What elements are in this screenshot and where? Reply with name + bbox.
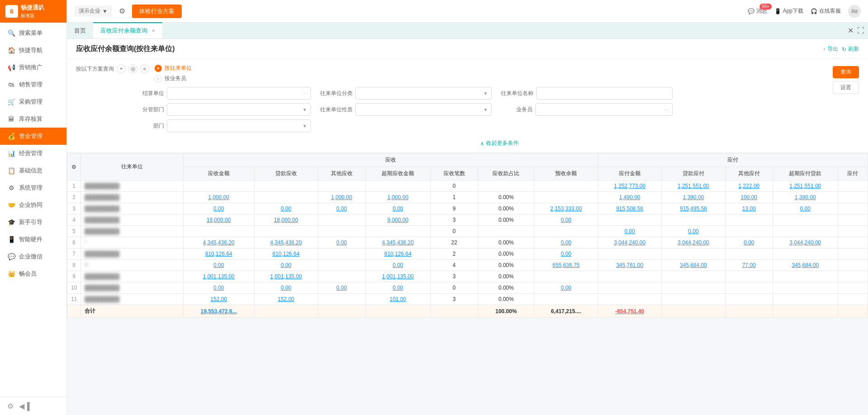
sidebar-label: 采购管理 bbox=[19, 98, 42, 106]
sidebar-icon: 📊 bbox=[7, 150, 15, 157]
th-pay-col: 应付 bbox=[838, 167, 868, 181]
th-pay-overdue: 超期应付贷款 bbox=[773, 167, 838, 181]
summary-rec-total[interactable]: 19,553,472,6... bbox=[183, 305, 254, 318]
export-label: 导出 bbox=[827, 45, 838, 53]
scheme-label-partner: 按往来单位 bbox=[165, 64, 192, 72]
label-partner-name: 往来单位名称 bbox=[501, 90, 533, 97]
tab-bar-controls: ✕ ⛶ bbox=[848, 26, 868, 35]
table-container: ⚙ 往来单位 应收 应付 应收金额 贷款应收 其他应收 超期应收金额 应收笔数 bbox=[67, 153, 868, 318]
table-row: 5█████████00.000.00 bbox=[67, 226, 868, 237]
collapse-footer-icon[interactable]: ◀▐ bbox=[19, 402, 29, 410]
tab-home[interactable]: 首页 bbox=[67, 23, 93, 38]
sidebar-item-采购管理[interactable]: 🛒采购管理 bbox=[0, 93, 66, 110]
sidebar-icon: 📢 bbox=[7, 64, 15, 71]
partner-name: P bbox=[85, 262, 88, 268]
tab-close-icon[interactable]: × bbox=[152, 28, 155, 34]
sidebar: 6 畅捷通叭 标准版 🔍搜索菜单🏠快捷导航📢营销推广🛍销售管理🛒采购管理🏛库存核… bbox=[0, 0, 67, 415]
company-selector[interactable]: 演示企业 ▼ bbox=[74, 5, 112, 17]
select-partner-category[interactable]: ▼ bbox=[355, 87, 492, 100]
edition-badge: 标准版 bbox=[21, 13, 44, 19]
th-settings[interactable]: ⚙ bbox=[67, 153, 81, 181]
sidebar-item-智能硬件[interactable]: 📱智能硬件 bbox=[0, 231, 66, 248]
refresh-button[interactable]: ↻ 刷新 bbox=[842, 45, 859, 53]
export-icon: ↑ bbox=[823, 46, 826, 52]
trial-button[interactable]: 体验行业方案 bbox=[132, 5, 182, 18]
download-label: App下载 bbox=[783, 7, 803, 15]
partner-name: █████████ bbox=[85, 194, 119, 200]
messages-badge: 99+ bbox=[760, 4, 772, 10]
top-bar: 演示企业 ▼ ⚙ 体验行业方案 💬 消息 99+ 📱 App下载 🎧 bbox=[67, 0, 868, 23]
user-name: Rit bbox=[851, 9, 857, 14]
sidebar-item-基础信息[interactable]: 📋基础信息 bbox=[0, 162, 66, 179]
input-settlement[interactable]: ··· bbox=[167, 87, 311, 100]
sidebar-item-库存核算[interactable]: 🏛库存核算 bbox=[0, 110, 66, 128]
query-buttons: 查询 设置 bbox=[833, 66, 859, 94]
tab-bar: 首页 应收应付余额查询 × ✕ ⛶ bbox=[67, 23, 868, 39]
sidebar-item-营销推广[interactable]: 📢营销推广 bbox=[0, 59, 66, 76]
th-rec-ratio: 应收款占比 bbox=[478, 167, 534, 181]
partner-name: █████████ bbox=[85, 183, 119, 189]
sidebar-item-企业微信[interactable]: 💬企业微信 bbox=[0, 248, 66, 265]
sidebar-item-系统管理[interactable]: ⚙系统管理 bbox=[0, 179, 66, 196]
select-department[interactable]: ▼ bbox=[167, 119, 311, 132]
tab-query[interactable]: 应收应付余额查询 × bbox=[93, 22, 162, 38]
filter-add-button[interactable]: + bbox=[117, 64, 126, 73]
tab-maximize-icon[interactable]: ⛶ bbox=[857, 27, 864, 35]
messages-item[interactable]: 💬 消息 99+ bbox=[748, 7, 767, 15]
tab-close-window-icon[interactable]: ✕ bbox=[848, 26, 854, 35]
sidebar-item-经营管理[interactable]: 📊经营管理 bbox=[0, 145, 66, 162]
select-department-arrow: ▼ bbox=[302, 124, 307, 129]
select-partner-category-arrow: ▼ bbox=[483, 91, 488, 96]
table-row: 1█████████01,252,773.001,251,551.001,222… bbox=[67, 181, 868, 192]
partner-name: █████████ bbox=[85, 296, 119, 302]
query-button[interactable]: 查询 bbox=[833, 66, 859, 78]
th-pay-loan: 贷款应付 bbox=[661, 167, 725, 181]
sidebar-item-企业协同[interactable]: 🤝企业协同 bbox=[0, 196, 66, 214]
collapse-button[interactable]: ∧ 收起更多条件 bbox=[480, 139, 519, 147]
th-rec-prepay: 预收余额 bbox=[534, 167, 598, 181]
table-row: 11█████████152.00152.00101.0030.00% bbox=[67, 294, 868, 305]
th-pay-amount: 应付金额 bbox=[598, 167, 662, 181]
service-item[interactable]: 🎧 在线客服 bbox=[811, 7, 841, 15]
company-dropdown-icon: ▼ bbox=[102, 8, 108, 14]
sidebar-menu: 🔍搜索菜单🏠快捷导航📢营销推广🛍销售管理🛒采购管理🏛库存核算💰资金管理📊经营管理… bbox=[0, 23, 66, 397]
sidebar-item-销售管理[interactable]: 🛍销售管理 bbox=[0, 76, 66, 93]
select-dept-manager[interactable]: ▼ bbox=[167, 103, 311, 116]
sidebar-icon: 💰 bbox=[7, 133, 15, 140]
sidebar-icon: 🛒 bbox=[7, 98, 15, 105]
th-rec-overdue: 超期应收金额 bbox=[365, 167, 430, 181]
sidebar-item-新手引导[interactable]: 🎓新手引导 bbox=[0, 214, 66, 231]
sidebar-icon: 🤝 bbox=[7, 201, 15, 209]
export-button[interactable]: ↑ 导出 bbox=[823, 45, 838, 53]
sidebar-label: 基础信息 bbox=[19, 167, 42, 175]
input-salesperson[interactable]: ··· bbox=[535, 103, 673, 116]
user-avatar[interactable]: Rit bbox=[848, 5, 861, 18]
content-area: 应收应付余额查询(按往来单位) ↑ 导出 ↻ 刷新 bbox=[67, 39, 868, 415]
input-settlement-dots: ··· bbox=[302, 90, 307, 96]
select-partner-nature[interactable]: ▼ bbox=[355, 103, 492, 116]
table-row: 10█████████0.000.000.000.0000.00%0.00 bbox=[67, 282, 868, 294]
summary-pay-total[interactable]: -654,751.40 bbox=[598, 305, 662, 318]
sidebar-item-搜索菜单[interactable]: 🔍搜索菜单 bbox=[0, 24, 66, 42]
sidebar-label: 销售管理 bbox=[19, 81, 42, 89]
sidebar-label: 资金管理 bbox=[19, 132, 42, 140]
download-item[interactable]: 📱 App下载 bbox=[774, 7, 803, 15]
summary-label: 合计 bbox=[81, 305, 183, 318]
settings-footer-icon[interactable]: ⚙ bbox=[7, 402, 14, 410]
input-partner-name[interactable] bbox=[536, 87, 673, 100]
data-table: ⚙ 往来单位 应收 应付 应收金额 贷款应收 其他应收 超期应收金额 应收笔数 bbox=[67, 153, 868, 318]
sidebar-item-快捷导航[interactable]: 🏠快捷导航 bbox=[0, 42, 66, 59]
refresh-label: 刷新 bbox=[848, 45, 859, 53]
scheme-option-partner[interactable]: ✦ 按往来单位 bbox=[155, 64, 192, 72]
sidebar-item-资金管理[interactable]: 💰资金管理 bbox=[0, 128, 66, 145]
filter-settings-button[interactable]: ◎ bbox=[128, 64, 137, 73]
sidebar-label: 库存核算 bbox=[19, 115, 42, 123]
sidebar-label: 经营管理 bbox=[19, 149, 42, 157]
tab-query-label: 应收应付余额查询 bbox=[100, 27, 147, 35]
collapse-label: 收起更多条件 bbox=[486, 139, 519, 147]
gear-button[interactable]: ⚙ bbox=[116, 5, 128, 18]
scheme-option-salesperson[interactable]: ○ 按业务员 bbox=[155, 75, 192, 82]
sidebar-item-畅会员[interactable]: 👑畅会员 bbox=[0, 265, 66, 282]
filter-collapse-button[interactable]: « bbox=[140, 64, 149, 73]
setting-button[interactable]: 设置 bbox=[833, 81, 859, 94]
